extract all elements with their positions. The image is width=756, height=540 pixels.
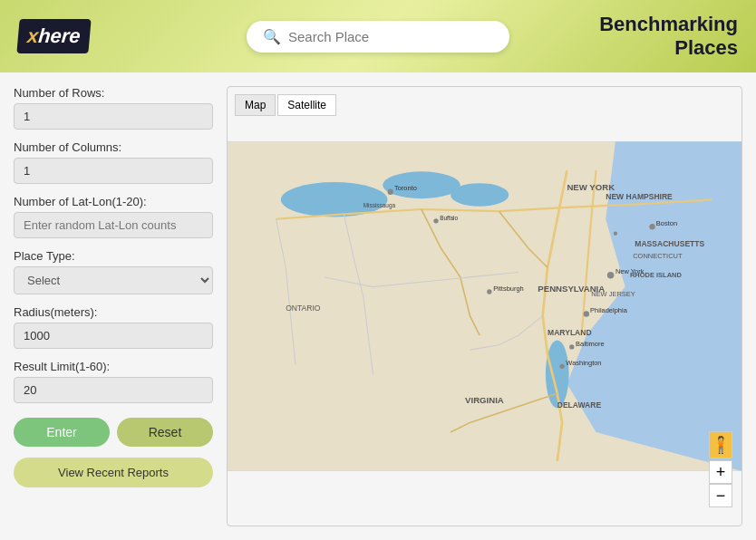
result-limit-input[interactable]: [14, 377, 213, 403]
svg-point-17: [569, 344, 574, 349]
radius-label: Radius(meters):: [14, 305, 213, 319]
map-svg: Toronto Buffalo Boston New York Philadel…: [228, 87, 741, 526]
svg-text:Mississauga: Mississauga: [363, 202, 396, 209]
main-content: Number of Rows: Number of Columns: Numbe…: [0, 72, 756, 540]
logo: xhere: [18, 19, 90, 53]
svg-point-9: [433, 218, 438, 223]
svg-text:NEW YORK: NEW YORK: [567, 182, 615, 192]
svg-text:VIRGINIA: VIRGINIA: [465, 395, 504, 405]
svg-text:RHODE ISLAND: RHODE ISLAND: [630, 271, 682, 279]
search-icon: 🔍: [263, 28, 281, 45]
svg-text:Pittsburgh: Pittsburgh: [493, 284, 524, 293]
reset-button[interactable]: Reset: [117, 418, 213, 447]
result-limit-label: Result Limit(1-60):: [14, 360, 213, 373]
latlon-field-group: Number of Lat-Lon(1-20):: [14, 195, 213, 238]
svg-point-23: [614, 232, 617, 236]
svg-text:ONTARIO: ONTARIO: [286, 304, 321, 313]
place-type-label: Place Type:: [14, 249, 213, 263]
latlon-input[interactable]: [14, 212, 213, 238]
svg-text:DELAWARE: DELAWARE: [557, 400, 602, 410]
svg-point-5: [451, 183, 509, 207]
map-type-map-button[interactable]: Map: [235, 94, 276, 116]
enter-button[interactable]: Enter: [14, 418, 110, 447]
columns-field-group: Number of Columns:: [14, 140, 213, 184]
radius-input[interactable]: [14, 323, 213, 349]
svg-text:Washington: Washington: [566, 359, 601, 367]
rows-field-group: Number of Rows:: [14, 86, 213, 130]
view-reports-button[interactable]: View Recent Reports: [14, 458, 213, 487]
svg-point-13: [607, 272, 614, 278]
rows-input[interactable]: [14, 103, 213, 130]
svg-text:Buffalo: Buffalo: [440, 215, 458, 221]
svg-text:Baltimore: Baltimore: [576, 340, 605, 348]
svg-point-21: [487, 289, 491, 294]
map-type-controls: Map Satellite: [235, 94, 336, 116]
map-container[interactable]: Map Satellite: [227, 86, 742, 526]
map-type-satellite-button[interactable]: Satellite: [277, 94, 336, 116]
svg-point-15: [584, 311, 589, 316]
search-input[interactable]: [288, 29, 488, 44]
columns-label: Number of Columns:: [14, 140, 213, 154]
page-title: Benchmarking Places: [599, 13, 738, 61]
place-type-field-group: Place Type: Select: [14, 249, 213, 294]
zoom-out-button[interactable]: −: [709, 484, 732, 507]
search-bar[interactable]: 🔍: [247, 21, 509, 53]
map-zoom-controls: 🧍 + −: [709, 431, 732, 507]
svg-text:NEW JERSEY: NEW JERSEY: [591, 290, 635, 298]
svg-text:Boston: Boston: [656, 219, 677, 227]
header: xhere 🔍 Benchmarking Places: [0, 0, 756, 72]
latlon-label: Number of Lat-Lon(1-20):: [14, 195, 213, 208]
result-limit-field-group: Result Limit(1-60):: [14, 360, 213, 403]
logo-text: here: [37, 24, 82, 47]
rows-label: Number of Rows:: [14, 86, 213, 100]
radius-field-group: Radius(meters):: [14, 305, 213, 349]
svg-text:MASSACHUSETTS: MASSACHUSETTS: [635, 239, 704, 248]
svg-text:Toronto: Toronto: [394, 184, 417, 192]
search-wrapper: 🔍: [247, 21, 509, 53]
svg-text:MARYLAND: MARYLAND: [548, 328, 592, 337]
svg-text:NEW HAMPSHIRE: NEW HAMPSHIRE: [606, 192, 673, 201]
columns-input[interactable]: [14, 158, 213, 184]
svg-point-19: [559, 364, 564, 369]
logo-box: xhere: [16, 19, 91, 53]
place-type-select[interactable]: Select: [14, 266, 213, 294]
action-buttons: Enter Reset: [14, 418, 213, 447]
left-panel: Number of Rows: Number of Columns: Numbe…: [14, 86, 213, 526]
pegman-button[interactable]: 🧍: [709, 431, 732, 458]
svg-point-11: [649, 224, 654, 229]
svg-text:CONNECTICUT: CONNECTICUT: [633, 252, 683, 260]
zoom-in-button[interactable]: +: [709, 460, 732, 484]
svg-point-7: [388, 189, 393, 195]
svg-text:Philadelphia: Philadelphia: [590, 306, 628, 314]
